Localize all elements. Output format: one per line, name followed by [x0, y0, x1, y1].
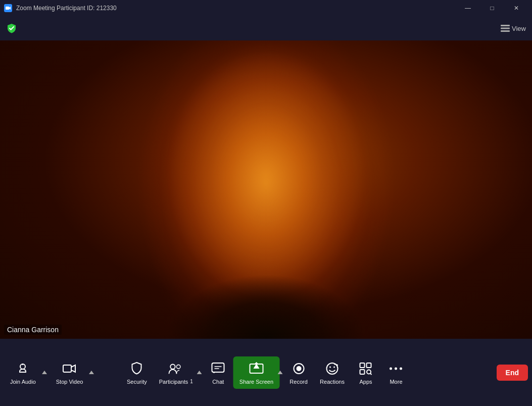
svg-marker-22: [254, 362, 259, 365]
maximize-icon: □: [490, 5, 494, 12]
view-button[interactable]: View: [501, 25, 526, 32]
share-screen-label: Share Screen: [239, 379, 273, 385]
svg-rect-9: [63, 365, 71, 372]
stop-video-caret[interactable]: [88, 369, 95, 376]
title-bar-left: Zoom Meeting Participant ID: 212330: [4, 4, 117, 12]
more-button[interactable]: More: [381, 356, 411, 389]
chat-icon: [210, 360, 226, 377]
reactions-button[interactable]: Reactions: [314, 356, 351, 389]
reactions-icon: [324, 360, 341, 377]
stop-video-icon: [62, 360, 78, 377]
close-icon: ✕: [514, 5, 519, 12]
apps-label: Apps: [359, 379, 372, 385]
svg-point-35: [390, 367, 392, 370]
security-label: Security: [127, 379, 147, 385]
participants-icon: [168, 360, 184, 377]
record-label: Record: [289, 379, 307, 385]
toolbar-center: Security Participants 1: [121, 356, 411, 389]
svg-rect-30: [360, 363, 365, 368]
join-audio-label: Join Audio: [10, 379, 36, 385]
security-icon: [129, 360, 145, 377]
svg-point-37: [400, 367, 402, 370]
chat-button[interactable]: Chat: [203, 356, 233, 389]
share-screen-icon: [248, 360, 264, 377]
toolbar-left: Join Audio Stop Video: [4, 356, 95, 389]
join-audio-button[interactable]: Join Audio: [4, 356, 42, 389]
chat-label: Chat: [212, 379, 224, 385]
caret-up-icon-3: [197, 371, 202, 374]
svg-point-27: [329, 366, 331, 368]
svg-line-34: [370, 373, 372, 375]
title-bar: Zoom Meeting Participant ID: 212330 — □ …: [0, 0, 532, 16]
svg-marker-10: [71, 365, 75, 372]
share-screen-caret[interactable]: [276, 369, 283, 376]
shield-area: [6, 23, 17, 34]
svg-marker-8: [42, 371, 47, 374]
participants-button[interactable]: Participants 1: [153, 356, 199, 389]
svg-marker-14: [197, 371, 202, 374]
svg-point-29: [336, 364, 338, 366]
record-button[interactable]: Record: [283, 356, 314, 389]
svg-point-26: [327, 363, 338, 374]
participant-name: Cianna Garrison: [4, 325, 62, 335]
svg-rect-4: [501, 28, 510, 29]
video-background: [0, 40, 532, 339]
minimize-icon: —: [465, 5, 471, 12]
participants-count: 1: [190, 379, 193, 384]
svg-rect-5: [501, 30, 510, 32]
more-icon: [388, 360, 404, 377]
view-label: View: [512, 25, 526, 32]
caret-up-icon-4: [277, 371, 282, 374]
video-shadow: [0, 238, 532, 339]
svg-rect-31: [367, 363, 371, 368]
join-audio-caret[interactable]: [41, 369, 48, 376]
apps-icon: [358, 360, 374, 377]
svg-point-25: [296, 366, 301, 371]
svg-marker-11: [89, 371, 94, 374]
reactions-label: Reactions: [320, 379, 345, 385]
window-controls: — □ ✕: [456, 0, 528, 16]
svg-point-33: [367, 370, 371, 374]
end-button[interactable]: End: [497, 365, 528, 381]
join-audio-icon: [15, 360, 31, 377]
svg-point-28: [333, 366, 335, 368]
svg-rect-32: [360, 370, 365, 374]
stop-video-label: Stop Video: [56, 379, 83, 385]
caret-up-icon: [42, 371, 47, 374]
top-bar: View: [0, 16, 532, 40]
video-area: Cianna Garrison: [0, 40, 532, 339]
svg-point-13: [176, 365, 180, 369]
svg-marker-23: [277, 371, 282, 374]
security-button[interactable]: Security: [121, 356, 153, 389]
shield-icon: [6, 23, 17, 34]
stop-video-button[interactable]: Stop Video: [50, 356, 89, 389]
participants-label: Participants: [159, 379, 188, 385]
caret-up-icon-2: [89, 371, 94, 374]
svg-rect-1: [6, 7, 9, 10]
participants-caret[interactable]: [196, 369, 203, 376]
zoom-logo-icon: [4, 4, 12, 12]
close-button[interactable]: ✕: [505, 0, 528, 16]
svg-rect-3: [501, 25, 510, 26]
maximize-button[interactable]: □: [480, 0, 504, 16]
share-screen-button[interactable]: Share Screen: [233, 356, 279, 389]
view-icon: [501, 25, 510, 32]
toolbar-right: End: [489, 365, 528, 381]
record-icon: [291, 360, 307, 377]
svg-point-12: [170, 364, 175, 369]
minimize-button[interactable]: —: [456, 0, 479, 16]
svg-point-36: [395, 367, 397, 370]
toolbar: Join Audio Stop Video: [0, 339, 532, 406]
more-label: More: [390, 379, 402, 385]
apps-button[interactable]: Apps: [351, 356, 381, 389]
window-title: Zoom Meeting Participant ID: 212330: [16, 5, 117, 12]
svg-rect-15: [212, 363, 224, 372]
